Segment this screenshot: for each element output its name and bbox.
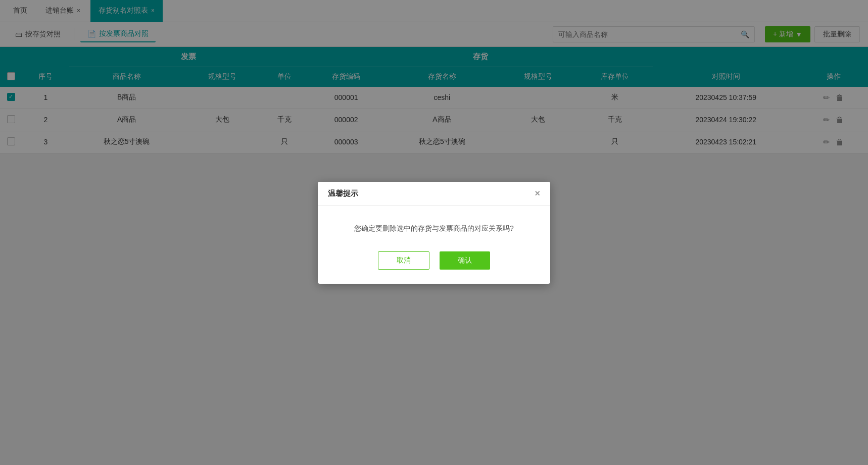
dialog-overlay: 温馨提示 × 您确定要删除选中的存货与发票商品的对应关系吗? 取消 确认 <box>0 0 868 153</box>
